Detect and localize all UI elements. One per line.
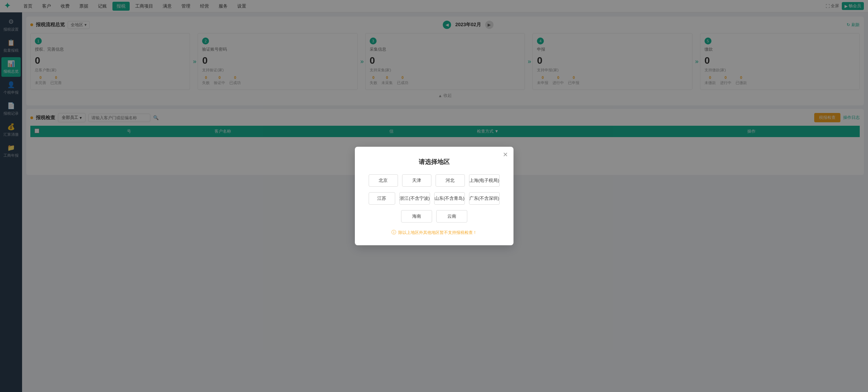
region-select-modal: ✕ 请选择地区 北京 天津 河北 上海(电子税局) 江苏 浙江(不含宁波) 山东… <box>355 147 513 245</box>
warning-text: 除以上地区外其他地区暂不支持报税检查！ <box>398 230 477 236</box>
region-btn-beijing[interactable]: 北京 <box>369 174 398 187</box>
modal-region-row1: 北京 天津 河北 上海(电子税局) <box>369 174 500 187</box>
modal-close-btn[interactable]: ✕ <box>503 152 508 158</box>
region-btn-hebei[interactable]: 河北 <box>436 174 465 187</box>
modal-region-row3: 海南 云南 <box>369 210 500 223</box>
modal-warning: ⓘ 除以上地区外其他地区暂不支持报税检查！ <box>369 229 500 236</box>
region-btn-shanghai[interactable]: 上海(电子税局) <box>469 174 500 187</box>
region-btn-guangdong[interactable]: 广东(不含深圳) <box>469 192 500 205</box>
region-btn-hainan[interactable]: 海南 <box>401 210 432 223</box>
region-btn-zhejiang[interactable]: 浙江(不含宁波) <box>399 192 430 205</box>
region-btn-yunnan[interactable]: 云南 <box>436 210 467 223</box>
modal-overlay[interactable]: ✕ 请选择地区 北京 天津 河北 上海(电子税局) 江苏 浙江(不含宁波) 山东… <box>0 0 868 392</box>
region-btn-tianjin[interactable]: 天津 <box>402 174 431 187</box>
modal-title: 请选择地区 <box>369 158 500 166</box>
warning-icon: ⓘ <box>391 229 396 236</box>
region-btn-shandong[interactable]: 山东(不含青岛) <box>434 192 465 205</box>
modal-region-row2: 江苏 浙江(不含宁波) 山东(不含青岛) 广东(不含深圳) <box>369 192 500 205</box>
region-btn-jiangsu[interactable]: 江苏 <box>369 192 396 205</box>
